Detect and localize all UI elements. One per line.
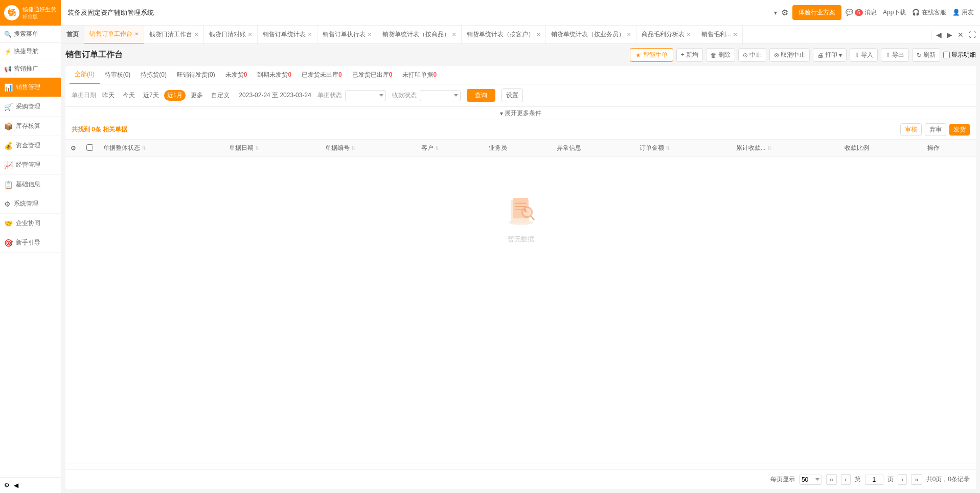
sidebar-item-finance[interactable]: 💰 资金管理 [0, 136, 61, 155]
print-btn[interactable]: 🖨 打印 ▾ [813, 48, 847, 62]
tab-close-sales-stats[interactable]: ✕ [308, 32, 312, 37]
sidebar-item-guide[interactable]: 🎯 新手引导 [0, 233, 61, 253]
sidebar-item-operations[interactable]: 📈 经营管理 [0, 155, 61, 175]
sub-tab-shipped-outbound[interactable]: 已发货已出库0 [347, 66, 398, 83]
user-avatar[interactable]: 👤 用友 [952, 8, 974, 17]
sort-amount-icon[interactable]: ⇅ [666, 145, 670, 151]
page-size-select[interactable]: 10 20 50 100 [799, 475, 822, 485]
date-today[interactable]: 今天 [120, 90, 138, 101]
first-page-btn[interactable]: « [826, 474, 837, 485]
ship-btn[interactable]: 发货 [949, 124, 970, 136]
tab-sales-stats[interactable]: 销售订单统计表 ✕ [258, 26, 317, 44]
sub-tab-wangpu[interactable]: 旺铺待发货(0) [172, 66, 220, 83]
sort-date-icon[interactable]: ⇅ [255, 145, 259, 151]
sidebar-item-inventory[interactable]: 📦 库存核算 [0, 117, 61, 136]
cancel-stop-btn[interactable]: ⊗ 取消中止 [769, 48, 810, 62]
tab-close-daily-clear[interactable]: ✕ [194, 32, 198, 37]
sub-tab-pending-review[interactable]: 待审核(0) [100, 66, 136, 83]
review-btn[interactable]: 审核 [900, 123, 922, 136]
sub-tab-no-print[interactable]: 未打印单据0 [397, 66, 442, 83]
sub-tab-shipped-no-outbound[interactable]: 已发货未出库0 [297, 66, 347, 83]
tab-sales-margin[interactable]: 销售毛利... ✕ [696, 26, 743, 44]
sidebar-item-marketing[interactable]: 📢 营销推广 [0, 60, 61, 78]
tab-close-sales-margin[interactable]: ✕ [733, 32, 737, 37]
tab-close-invoice-product[interactable]: ✕ [452, 32, 456, 37]
status-select[interactable] [345, 90, 386, 101]
tab-close-reconciliation[interactable]: ✕ [248, 32, 252, 37]
tab-daily-clear[interactable]: 钱货日清工作台 ✕ [144, 26, 204, 44]
message-icon[interactable]: 💬 6 消息 [846, 8, 877, 17]
page-number-input[interactable] [865, 475, 883, 485]
online-service-link[interactable]: 🎧 在线客服 [912, 8, 946, 17]
tab-close-sales-order[interactable]: ✕ [134, 31, 139, 37]
topbar-settings-icon[interactable]: ⚙ [781, 8, 788, 17]
export-btn[interactable]: ⇧ 导出 [881, 48, 909, 62]
sidebar-item-basic-info[interactable]: 📋 基础信息 [0, 175, 61, 194]
industry-btn[interactable]: 体验行业方案 [792, 5, 841, 20]
tab-close-invoice-customer[interactable]: ✕ [536, 32, 540, 37]
stop-btn[interactable]: ⊙ 中止 [738, 48, 766, 62]
payment-select[interactable] [420, 90, 461, 101]
tab-invoice-stats-staff[interactable]: 销货单统计表（按业务员） ✕ [546, 26, 636, 44]
tab-close-invoice-staff[interactable]: ✕ [627, 32, 631, 37]
sort-overall-status-icon[interactable]: ⇅ [142, 145, 146, 151]
sort-accumulated-icon[interactable]: ⇅ [767, 145, 771, 151]
tab-home[interactable]: 首页 [61, 26, 84, 44]
app-download-link[interactable]: App下载 [883, 8, 906, 17]
tab-close-margin-analysis[interactable]: ✕ [687, 32, 691, 37]
tab-margin-analysis[interactable]: 商品毛利分析表 ✕ [636, 26, 696, 44]
basic-info-icon: 📋 [4, 181, 13, 189]
tab-reconciliation[interactable]: 钱货日清对账 ✕ [204, 26, 258, 44]
sort-customer-icon[interactable]: ⇅ [435, 145, 439, 151]
tab-nav-prev[interactable]: ◀ [934, 30, 944, 40]
add-btn[interactable]: + 新增 [676, 48, 703, 62]
sidebar-item-purchase[interactable]: 🛒 采购管理 [0, 97, 61, 117]
date-7days[interactable]: 近7天 [140, 90, 162, 101]
sub-tab-all[interactable]: 全部(0) [70, 66, 100, 84]
sales-icon: 📊 [4, 83, 13, 92]
sidebar-item-quick-nav[interactable]: ⚡ 快捷导航 [0, 43, 61, 60]
sub-tab-not-shipped[interactable]: 未发货0 [220, 66, 253, 83]
system-dropdown-icon[interactable]: ▾ [774, 9, 777, 16]
sub-tab-pending-pick[interactable]: 待拣货(0) [135, 66, 172, 83]
cancel-review-btn[interactable]: 弃审 [925, 123, 946, 136]
sort-number-icon[interactable]: ⇅ [351, 145, 355, 151]
smart-order-btn[interactable]: ★ 智能生单 [630, 48, 673, 62]
table-toolbar: 共找到 0条 相关单据 审核 弃审 发货 [65, 120, 976, 140]
sidebar-item-sales[interactable]: 📊 销售管理 [0, 78, 61, 97]
tab-close-all[interactable]: ✕ [955, 30, 966, 40]
sidebar-settings-icon[interactable]: ⚙ [4, 482, 10, 489]
filter-setting-btn[interactable]: 设置 [502, 88, 523, 102]
select-all-checkbox[interactable] [86, 144, 93, 151]
tab-close-sales-exec[interactable]: ✕ [368, 32, 372, 37]
tab-sales-order-workbench[interactable]: 销售订单工作台 ✕ [84, 26, 144, 44]
expand-icon: ▾ [500, 110, 503, 117]
sub-tab-overdue-ship[interactable]: 到期未发货0 [252, 66, 297, 83]
date-custom[interactable]: 自定义 [208, 90, 233, 101]
th-settings[interactable]: ⚙ [65, 140, 81, 157]
show-detail-checkbox-label[interactable]: 显示明细 [943, 51, 976, 59]
date-1month[interactable]: 近1月 [164, 90, 186, 101]
th-staff: 业务员 [484, 140, 552, 157]
delete-btn[interactable]: 🗑 删除 [706, 48, 735, 62]
import-btn[interactable]: ⇩ 导入 [850, 48, 878, 62]
last-page-btn[interactable]: » [911, 474, 922, 485]
sidebar-collapse-icon[interactable]: ◀ [14, 482, 18, 489]
tab-sales-exec[interactable]: 销售订单执行表 ✕ [317, 26, 377, 44]
expand-filter-btn[interactable]: ▾ 展开更多条件 [500, 109, 541, 118]
date-yesterday[interactable]: 昨天 [99, 90, 118, 101]
tab-fullscreen[interactable]: ⛶ [967, 30, 978, 40]
date-more[interactable]: 更多 [188, 90, 206, 101]
refresh-btn[interactable]: ↻ 刷新 [912, 48, 940, 62]
horizontal-scrollbar[interactable] [65, 463, 976, 469]
sidebar-item-collab[interactable]: 🤝 企业协同 [0, 214, 61, 233]
query-btn[interactable]: 查询 [467, 89, 495, 102]
tab-invoice-stats-customer[interactable]: 销货单统计表（按客户） ✕ [462, 26, 546, 44]
sidebar-item-system[interactable]: ⚙ 系统管理 [0, 194, 61, 214]
sidebar-item-search[interactable]: 🔍 搜索菜单 [0, 26, 61, 43]
tab-nav-next[interactable]: ▶ [945, 30, 954, 40]
prev-page-btn[interactable]: ‹ [841, 474, 850, 485]
show-detail-checkbox[interactable] [943, 52, 950, 58]
tab-invoice-stats-product[interactable]: 销货单统计表（按商品） ✕ [377, 26, 462, 44]
next-page-btn[interactable]: › [898, 474, 907, 485]
